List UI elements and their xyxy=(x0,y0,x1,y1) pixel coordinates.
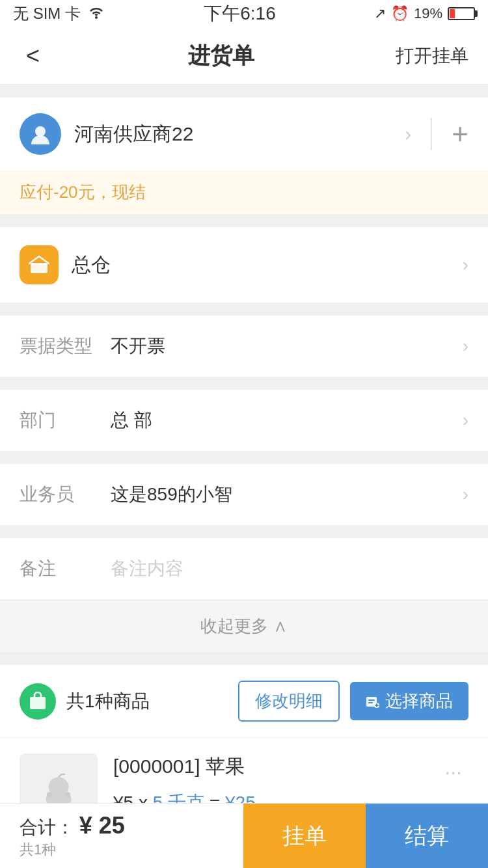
salesperson-value: 这是859的小智 xyxy=(111,482,463,507)
warehouse-name: 总仓 xyxy=(72,252,463,278)
warehouse-icon xyxy=(20,245,59,284)
department-value: 总 部 xyxy=(111,408,463,433)
battery-icon xyxy=(448,7,475,20)
section-gap-6 xyxy=(0,525,488,538)
checkout-button[interactable]: 结算 xyxy=(366,804,488,869)
section-gap-2 xyxy=(0,214,488,227)
remarks-label: 备注 xyxy=(20,556,98,581)
product-icon xyxy=(20,683,56,720)
invoice-type-label: 票据类型 xyxy=(20,334,98,359)
edit-detail-button[interactable]: 修改明细 xyxy=(238,681,340,722)
invoice-chevron-icon: › xyxy=(463,336,468,357)
svg-point-9 xyxy=(65,792,70,797)
section-gap-3 xyxy=(0,303,488,316)
open-pending-button[interactable]: 打开挂单 xyxy=(396,44,468,68)
total-label: 合计： xyxy=(20,817,74,837)
svg-rect-3 xyxy=(30,697,46,709)
product-name: [0000001] 苹果 xyxy=(113,753,438,780)
salesperson-chevron-icon: › xyxy=(463,484,468,505)
collapse-bar[interactable]: 收起更多 ∧ xyxy=(0,600,488,652)
supplier-avatar xyxy=(20,113,61,155)
footer-total-area: 合计： ¥ 25 共1种 xyxy=(0,812,243,860)
section-gap-5 xyxy=(0,451,488,464)
salesperson-row[interactable]: 业务员 这是859的小智 › xyxy=(0,464,488,525)
svg-point-0 xyxy=(95,16,98,19)
product-count: 共1种商品 xyxy=(66,689,228,714)
notice-text: 应付-20元，现结 xyxy=(20,182,146,202)
collapse-label: 收起更多 ∧ xyxy=(200,616,287,636)
department-label: 部门 xyxy=(20,408,98,433)
section-gap-1 xyxy=(0,85,488,98)
svg-rect-2 xyxy=(31,263,47,273)
invoice-type-value: 不开票 xyxy=(111,334,463,359)
checkout-label: 结算 xyxy=(405,821,449,851)
status-right: ↗ ⏰ 19% xyxy=(374,5,475,22)
supplier-chevron-icon: › xyxy=(405,123,411,145)
select-product-label: 选择商品 xyxy=(385,690,453,712)
supplier-row[interactable]: 河南供应商22 › + xyxy=(0,98,488,170)
remarks-placeholder[interactable]: 备注内容 xyxy=(111,556,468,581)
hang-button[interactable]: 挂单 xyxy=(243,804,366,869)
warehouse-section: 总仓 › xyxy=(0,227,488,303)
product-more-button[interactable]: ··· xyxy=(438,753,468,791)
add-button[interactable]: + xyxy=(452,118,468,150)
notice-bar: 应付-20元，现结 xyxy=(0,170,488,214)
salesperson-label: 业务员 xyxy=(20,482,98,507)
invoice-type-row[interactable]: 票据类型 不开票 › xyxy=(0,316,488,377)
product-header: 共1种商品 修改明细 选择商品 xyxy=(0,665,488,737)
department-chevron-icon: › xyxy=(463,410,468,431)
select-product-button[interactable]: 选择商品 xyxy=(350,682,468,720)
alarm-icon: ⏰ xyxy=(391,5,409,22)
total-amount: ¥ 25 xyxy=(79,812,125,839)
remarks-section: 备注 备注内容 收起更多 ∧ xyxy=(0,538,488,652)
back-button[interactable]: < xyxy=(20,36,46,76)
warehouse-chevron-icon: › xyxy=(463,254,468,275)
battery-percent: 19% xyxy=(414,5,442,22)
status-bar: 无 SIM 卡 下午6:16 ↗ ⏰ 19% xyxy=(0,0,488,27)
location-icon: ↗ xyxy=(374,5,386,22)
product-name-value: 苹果 xyxy=(206,755,245,777)
remarks-row[interactable]: 备注 备注内容 xyxy=(0,538,488,600)
section-gap-4 xyxy=(0,377,488,390)
warehouse-row[interactable]: 总仓 › xyxy=(0,227,488,303)
section-gap-7 xyxy=(0,652,488,665)
nav-bar: < 进货单 打开挂单 xyxy=(0,27,488,85)
carrier-label: 无 SIM 卡 xyxy=(13,3,81,24)
department-row[interactable]: 部门 总 部 › xyxy=(0,390,488,451)
hang-label: 挂单 xyxy=(282,821,327,851)
department-section: 部门 总 部 › xyxy=(0,390,488,451)
footer-total-line: 合计： ¥ 25 xyxy=(20,812,224,840)
wifi-icon xyxy=(87,5,105,23)
svg-point-1 xyxy=(35,126,46,137)
supplier-name: 河南供应商22 xyxy=(74,121,405,148)
supplier-divider xyxy=(431,118,432,150)
footer: 合计： ¥ 25 共1种 挂单 结算 xyxy=(0,803,488,868)
svg-point-8 xyxy=(47,792,52,797)
status-time: 下午6:16 xyxy=(204,1,276,26)
invoice-section: 票据类型 不开票 › xyxy=(0,316,488,377)
page-title: 进货单 xyxy=(188,41,254,71)
salesperson-section: 业务员 这是859的小智 › xyxy=(0,464,488,525)
total-count: 共1种 xyxy=(20,840,224,860)
supplier-section: 河南供应商22 › + 应付-20元，现结 xyxy=(0,98,488,214)
product-code: [0000001] xyxy=(113,755,200,777)
status-left: 无 SIM 卡 xyxy=(13,3,105,24)
